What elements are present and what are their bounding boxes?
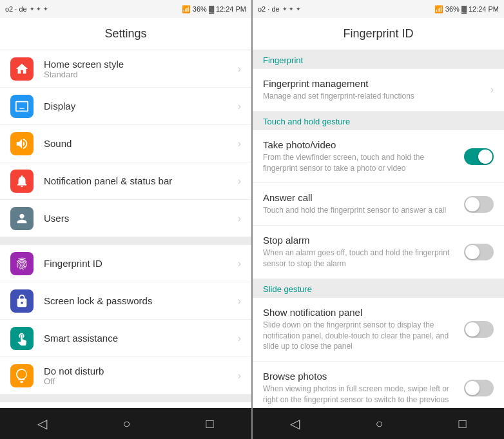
stop-alarm-item[interactable]: Stop alarm When an alarm goes off, touch… <box>253 226 504 279</box>
answer-call-content: Answer call Touch and hold the fingerpri… <box>263 192 459 216</box>
users-arrow: › <box>238 213 241 224</box>
do-not-disturb-arrow: › <box>238 370 241 382</box>
status-right-right: 📶 36% ▓ 12:24 PM <box>434 5 499 14</box>
time-left: 12:24 PM <box>216 5 246 13</box>
notification-label: Notification panel & status bar <box>44 175 233 186</box>
show-notification-item[interactable]: Show notification panel Slide down on th… <box>253 298 504 362</box>
battery-right: 36% <box>445 5 460 13</box>
fingerprint-id-item[interactable]: Fingerprint ID › <box>0 245 251 282</box>
browse-photos-toggle[interactable] <box>464 380 494 396</box>
section-divider-1 <box>0 237 251 245</box>
browse-photos-item[interactable]: Browse photos When viewing photos in ful… <box>253 362 504 408</box>
smart-assistance-label: Smart assistance <box>44 333 233 344</box>
home-button-right[interactable]: ○ <box>360 411 398 436</box>
settings-list: Home screen style Standard › Display › S… <box>0 50 251 408</box>
home-button-left[interactable]: ○ <box>107 411 146 436</box>
recent-button-right[interactable]: □ <box>443 411 481 436</box>
fingerprint-id-arrow: › <box>238 258 241 269</box>
fingerprint-management-desc: Manage and set fingerprint-related funct… <box>263 91 485 102</box>
fingerprint-management-item[interactable]: Fingerprint management Manage and set fi… <box>253 69 504 112</box>
huawei-id-item[interactable]: Huawei ID › <box>0 402 251 408</box>
sound-label: Sound <box>44 138 233 149</box>
stop-alarm-title: Stop alarm <box>263 235 459 246</box>
stop-alarm-toggle-knob <box>465 245 480 259</box>
display-item[interactable]: Display › <box>0 88 251 125</box>
take-photo-desc: From the viewfinder screen, touch and ho… <box>263 152 459 174</box>
take-photo-content: Take photo/video From the viewfinder scr… <box>263 139 459 174</box>
fingerprint-management-arrow: › <box>490 84 494 95</box>
back-button-right[interactable]: ◁ <box>275 411 315 436</box>
screen-lock-item[interactable]: Screen lock & passwords › <box>0 282 251 320</box>
recent-button-left[interactable]: □ <box>190 411 229 436</box>
do-not-disturb-label: Do not disturb <box>44 366 233 376</box>
display-icon <box>10 95 34 118</box>
section-slide-label: Slide gesture <box>253 279 504 298</box>
fingerprint-management-title: Fingerprint management <box>263 78 485 89</box>
show-notification-toggle-knob <box>465 322 480 337</box>
sound-item[interactable]: Sound › <box>0 125 251 162</box>
settings-header: Settings <box>0 18 251 50</box>
fingerprint-management-content: Fingerprint management Manage and set fi… <box>263 78 485 102</box>
smart-assistance-content: Smart assistance <box>44 333 233 344</box>
stop-alarm-toggle[interactable] <box>464 244 494 260</box>
smart-assistance-item[interactable]: Smart assistance › <box>0 320 251 357</box>
take-photo-title: Take photo/video <box>263 139 459 150</box>
sound-icon <box>10 132 34 155</box>
users-label: Users <box>44 213 233 224</box>
notification-content: Notification panel & status bar <box>44 175 233 186</box>
home-screen-value: Standard <box>44 70 233 79</box>
screen-lock-arrow: › <box>238 295 241 307</box>
fingerprint-header: Fingerprint ID <box>253 18 504 50</box>
home-screen-label: Home screen style <box>44 59 233 70</box>
display-content: Display <box>44 101 233 112</box>
browse-photos-toggle-knob <box>465 381 480 395</box>
bottom-nav-right: ◁ ○ □ <box>253 408 504 439</box>
signal-icon: 📶 <box>182 5 191 14</box>
status-bar-right: o2 · de ✦ ✦ ✦ 📶 36% ▓ 12:24 PM <box>253 0 504 18</box>
show-notification-toggle[interactable] <box>464 321 494 338</box>
take-photo-toggle-knob <box>478 150 492 164</box>
browse-photos-content: Browse photos When viewing photos in ful… <box>263 371 459 405</box>
browse-photos-desc: When viewing photos in full screen mode,… <box>263 384 459 405</box>
back-button-left[interactable]: ◁ <box>22 411 63 436</box>
bottom-nav-left: ◁ ○ □ <box>0 408 251 439</box>
users-content: Users <box>44 213 233 224</box>
fingerprint-title: Fingerprint ID <box>343 27 413 41</box>
take-photo-toggle[interactable] <box>464 148 494 165</box>
section-touch-hold-label: Touch and hold gesture <box>253 112 504 130</box>
notification-icon <box>10 170 34 193</box>
answer-call-title: Answer call <box>263 192 459 203</box>
fingerprint-id-icon <box>10 252 34 275</box>
answer-call-toggle[interactable] <box>464 196 494 213</box>
home-screen-style-item[interactable]: Home screen style Standard › <box>0 50 251 88</box>
settings-title: Settings <box>104 27 146 41</box>
screen-lock-label: Screen lock & passwords <box>44 295 233 306</box>
answer-call-desc: Touch and hold the fingerprint sensor to… <box>263 205 459 216</box>
take-photo-item[interactable]: Take photo/video From the viewfinder scr… <box>253 130 504 184</box>
status-bar-left: o2 · de ✦ ✦ ✦ 📶 36% ▓ 12:24 PM <box>0 0 251 18</box>
do-not-disturb-item[interactable]: Do not disturb Off › <box>0 357 251 395</box>
show-notification-title: Show notification panel <box>263 307 459 318</box>
screen-lock-content: Screen lock & passwords <box>44 295 233 306</box>
do-not-disturb-content: Do not disturb Off <box>44 366 233 386</box>
notification-arrow: › <box>238 175 241 187</box>
fingerprint-list: Fingerprint Fingerprint management Manag… <box>253 50 504 408</box>
settings-panel: o2 · de ✦ ✦ ✦ 📶 36% ▓ 12:24 PM Settings … <box>0 0 251 439</box>
fingerprint-id-content: Fingerprint ID <box>44 258 233 269</box>
sound-arrow: › <box>238 138 241 150</box>
show-notification-desc: Slide down on the fingerprint sensor to … <box>263 320 459 352</box>
carrier-left: o2 · de <box>5 5 27 13</box>
home-screen-content: Home screen style Standard <box>44 59 233 79</box>
users-item[interactable]: Users › <box>0 200 251 237</box>
status-right: 📶 36% ▓ 12:24 PM <box>182 5 246 14</box>
section-divider-2 <box>0 395 251 402</box>
section-fingerprint-label: Fingerprint <box>253 50 504 69</box>
display-arrow: › <box>238 101 241 112</box>
answer-call-toggle-knob <box>465 197 480 211</box>
status-right-left: o2 · de ✦ ✦ ✦ <box>258 5 301 13</box>
stop-alarm-content: Stop alarm When an alarm goes off, touch… <box>263 235 459 269</box>
home-screen-arrow: › <box>238 63 241 75</box>
answer-call-item[interactable]: Answer call Touch and hold the fingerpri… <box>253 183 504 226</box>
notification-item[interactable]: Notification panel & status bar › <box>0 162 251 200</box>
show-notification-content: Show notification panel Slide down on th… <box>263 307 459 352</box>
